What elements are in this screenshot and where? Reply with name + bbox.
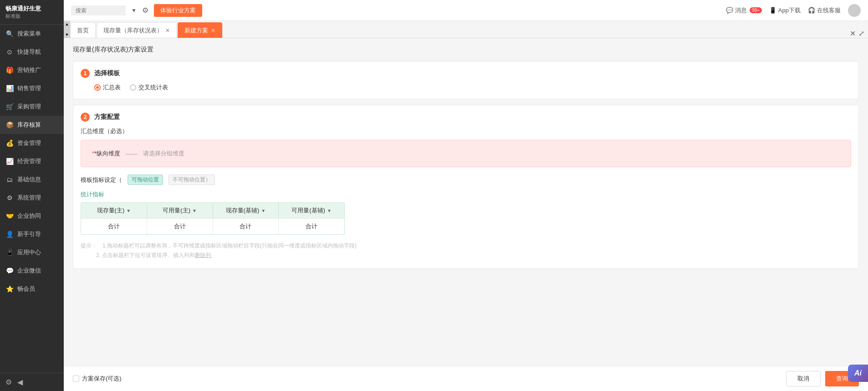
sidebar-item-label: 快捷导航	[17, 48, 41, 56]
sidebar-item-purchase[interactable]: 🛒 采购管理	[0, 98, 64, 116]
page-title: 现存量(库存状况表)方案设置	[73, 46, 859, 54]
tab-home[interactable]: 首页	[70, 22, 96, 38]
tab-new-scheme-close[interactable]: ✕	[211, 27, 215, 34]
ai-badge[interactable]: Ai	[848, 365, 868, 382]
dimension-divider: ——	[126, 150, 138, 157]
tip2: 2. 点击标题栏下拉可设置排序、插入列和删除列	[96, 252, 851, 259]
avatar[interactable]	[848, 4, 861, 17]
col3-chevron-icon: ▼	[261, 208, 266, 213]
sidebar-item-wechat[interactable]: 💬 企业微信	[0, 262, 64, 280]
sidebar-item-newbie[interactable]: 👤 新手引导	[0, 225, 64, 243]
dimension-area[interactable]: **纵向维度 —— 请选择分组维度	[81, 140, 851, 167]
col4-chevron-icon: ▼	[327, 208, 332, 213]
tab-scroll-down[interactable]: ▼	[64, 31, 70, 38]
sidebar-item-label: 应用中心	[17, 248, 41, 257]
sidebar-item-label: 搜索菜单	[17, 30, 41, 38]
stats-col-header-4[interactable]: 可用量(基辅) ▼	[279, 203, 344, 218]
tips: 提示： 1.拖动标题栏可以调整布局，不可跨维度或指标区域拖动栏目字段(只能在同一…	[81, 242, 851, 259]
topbar-gear-icon[interactable]: ⚙	[142, 6, 148, 15]
tab-scroll-bar: ▲ ▼	[64, 21, 70, 38]
base-icon: 🗂	[5, 175, 14, 184]
tab-inventory[interactable]: 现存量（库存状况表） ✕	[97, 22, 177, 38]
sidebar-item-appcenter[interactable]: 📱 应用中心	[0, 243, 64, 262]
download-icon: 📱	[769, 7, 776, 14]
newbie-icon: 👤	[5, 230, 14, 238]
sidebar-item-label: 基础信息	[17, 175, 41, 184]
app-download-item[interactable]: 📱 App下载	[769, 6, 801, 15]
collapse-footer-icon[interactable]: ◀	[17, 378, 23, 386]
tab-expand-icon[interactable]: ⤢	[858, 29, 864, 38]
customer-service-item[interactable]: 🎧 在线客服	[808, 6, 841, 15]
customer-service-label: 在线客服	[817, 6, 841, 15]
tab-scroll-up[interactable]: ▲	[64, 21, 70, 27]
stats-col-header-2[interactable]: 可用量(主) ▼	[147, 203, 213, 218]
message-icon: 💬	[726, 7, 733, 14]
sidebar-item-marketing[interactable]: 🎁 营销推广	[0, 61, 64, 79]
cross-table-label: 交叉统计表	[138, 83, 168, 92]
stats-table: 现存量(主) ▼ 可用量(主) ▼ 现存量(基辅) ▼	[81, 202, 345, 235]
template-options: 汇总表 交叉统计表	[94, 83, 851, 92]
topbar-dropdown-icon[interactable]: ▼	[131, 7, 137, 14]
sidebar-item-member[interactable]: ⭐ 畅会员	[0, 280, 64, 298]
indicator-label: 模板指标设定（	[81, 176, 122, 184]
app-edition: 标准版	[5, 13, 58, 20]
step1-header: 1 选择模板	[81, 69, 851, 78]
save-checkbox-box[interactable]	[73, 376, 79, 382]
tab-close-icon[interactable]: ✕	[850, 29, 856, 38]
sidebar-item-quicknav[interactable]: ⊙ 快捷导航	[0, 43, 64, 61]
tip2-link[interactable]: 删除列	[195, 252, 211, 258]
stats-cell-1-3: 合计	[213, 219, 279, 234]
sidebar-item-label: 采购管理	[17, 103, 41, 111]
sidebar-item-label: 销售管理	[17, 84, 41, 93]
sidebar-item-inventory[interactable]: 📦 库存核算	[0, 116, 64, 134]
tab-inventory-close[interactable]: ✕	[165, 27, 170, 34]
settings-footer-icon[interactable]: ⚙	[5, 378, 12, 386]
messages-item[interactable]: 💬 消息 99+	[726, 6, 762, 15]
cross-table-radio[interactable]: 交叉统计表	[130, 83, 168, 92]
stats-table-row: 合计 合计 合计 合计	[81, 218, 344, 234]
stats-table-header: 现存量(主) ▼ 可用量(主) ▼ 现存量(基辅) ▼	[81, 203, 344, 218]
col1-chevron-icon: ▼	[126, 208, 131, 213]
cross-radio-btn[interactable]	[130, 84, 136, 91]
step2-badge: 2	[81, 113, 90, 122]
draggable-badge: 可拖动位置	[128, 175, 163, 185]
tab-home-label: 首页	[77, 26, 89, 35]
wechat-icon: 💬	[5, 267, 14, 275]
stats-col-header-1[interactable]: 现存量(主) ▼	[81, 203, 147, 218]
summary-radio-inner	[96, 86, 99, 89]
sidebar: 畅康通好生意 标准版 🔍 搜索菜单 ⊙ 快捷导航 🎁 营销推广 📊 销售管理 🛒…	[0, 0, 64, 391]
member-icon: ⭐	[5, 285, 14, 293]
sidebar-item-sales[interactable]: 📊 销售管理	[0, 79, 64, 98]
dimension-placeholder: 请选择分组维度	[143, 149, 184, 158]
stats-col-header-3[interactable]: 现存量(基辅) ▼	[213, 203, 279, 218]
sidebar-item-finance[interactable]: 💰 资金管理	[0, 134, 64, 152]
quicknav-icon: ⊙	[5, 48, 14, 56]
tab-new-scheme[interactable]: 新建方案 ✕	[178, 22, 222, 38]
sidebar-item-label: 畅会员	[17, 285, 35, 293]
topbar-right: 💬 消息 99+ 📱 App下载 🎧 在线客服	[726, 4, 861, 17]
topbar-search-input[interactable]	[71, 5, 126, 15]
sidebar-item-system[interactable]: ⚙ 系统管理	[0, 189, 64, 207]
cancel-button[interactable]: 取消	[786, 371, 821, 386]
summary-dimension-label: 汇总维度（必选）	[81, 127, 851, 135]
tab-inventory-label: 现存量（库存状况表）	[103, 26, 163, 35]
sidebar-item-base[interactable]: 🗂 基础信息	[0, 170, 64, 189]
col2-chevron-icon: ▼	[192, 208, 197, 213]
sidebar-footer: ⚙ ◀	[0, 373, 64, 391]
sidebar-item-label: 企业微信	[17, 267, 41, 275]
save-scheme-label: 方案保存(可选)	[82, 375, 122, 383]
sidebar-item-search[interactable]: 🔍 搜索菜单	[0, 25, 64, 43]
sidebar-item-enterprise[interactable]: 🤝 企业协同	[0, 207, 64, 225]
sidebar-item-operations[interactable]: 📈 经营管理	[0, 152, 64, 170]
summary-radio-btn[interactable]	[94, 84, 101, 91]
search-icon: 🔍	[5, 30, 14, 38]
save-scheme-checkbox[interactable]: 方案保存(可选)	[73, 375, 122, 383]
sidebar-nav: 🔍 搜索菜单 ⊙ 快捷导航 🎁 营销推广 📊 销售管理 🛒 采购管理 📦 库存核…	[0, 25, 64, 373]
non-draggable-badge: 不可拖动位置）	[168, 175, 215, 185]
trial-button[interactable]: 体验行业方案	[154, 4, 202, 17]
step2-section: 2 方案配置 汇总维度（必选） **纵向维度 —— 请选择分组维度	[73, 105, 859, 269]
summary-table-radio[interactable]: 汇总表	[94, 83, 121, 92]
sidebar-item-label: 营销推广	[17, 66, 41, 74]
sidebar-item-label: 经营管理	[17, 157, 41, 165]
content-area: 现存量(库存状况表)方案设置 1 选择模板 汇总表 交	[64, 38, 868, 366]
